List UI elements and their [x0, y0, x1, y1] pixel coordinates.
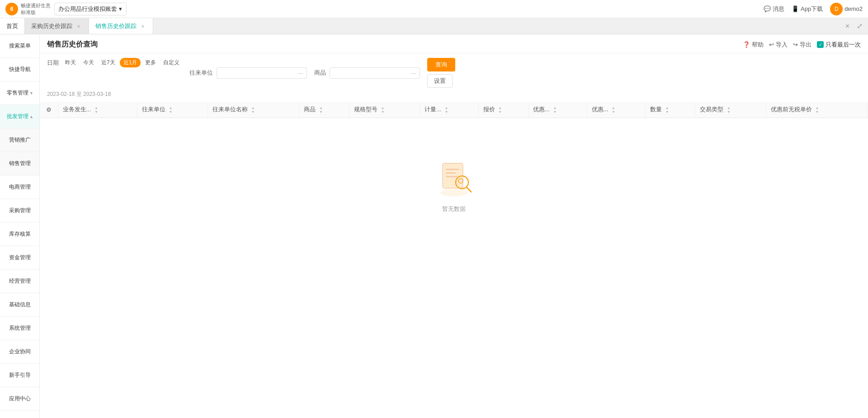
product-input[interactable]: ··· — [330, 67, 420, 79]
username-label: demo2 — [844, 5, 863, 12]
purchase-mgmt-label: 采购管理 — [9, 207, 31, 214]
tab-sales-history[interactable]: 销售历史价跟踪 × — [89, 18, 153, 34]
date-label: 日期 — [47, 59, 59, 67]
product-dots: ··· — [411, 70, 416, 76]
date-1month-btn[interactable]: 近1月 — [120, 58, 141, 67]
user-profile[interactable]: D demo2 — [830, 3, 863, 15]
sidebar-item-wholesale-mgmt[interactable]: 批发管理 ▴ — [0, 105, 39, 128]
help-button[interactable]: ❓ 帮助 — [743, 41, 764, 49]
sidebar-item-marketing[interactable]: 营销推广 — [0, 128, 39, 152]
import-icon: ↩ — [769, 41, 774, 48]
sales-mgmt-label: 销售管理 — [9, 160, 31, 167]
empty-illustration — [431, 154, 476, 200]
settings-button[interactable]: 设置 — [427, 74, 453, 88]
main-layout: 搜索菜单 快捷导航 零售管理 ▾ 批发管理 ▴ 营销推广 销售管理 电商管理 采… — [0, 34, 868, 418]
app-download-label: App下载 — [801, 5, 823, 13]
th-biz-date[interactable]: 业务发生... ▲ ▼ — [58, 102, 137, 118]
filter-right: 往来单位 ··· 商品 ··· 查询 — [189, 58, 861, 88]
export-button[interactable]: ↪ 导出 — [793, 41, 811, 49]
empty-state: 暂无数据 — [40, 118, 868, 249]
partner-label: 往来单位 — [189, 69, 213, 77]
table-settings-header[interactable]: ⚙ — [40, 102, 58, 118]
date-range-text: 2023-02-18 至 2023-03-18 — [47, 91, 111, 97]
tab-sales-history-close[interactable]: × — [139, 23, 146, 30]
app-download-icon: 📱 — [792, 5, 799, 12]
search-button[interactable]: 查询 — [427, 58, 455, 71]
marketing-label: 营销推广 — [9, 136, 31, 144]
svg-rect-1 — [443, 163, 463, 188]
sidebar-item-operations-mgmt[interactable]: 经营管理 — [0, 270, 39, 293]
tab-home[interactable]: 首页 — [0, 18, 25, 34]
th-partner-code[interactable]: 往来单位 ▲ ▼ — [137, 102, 208, 118]
sidebar-item-enterprise-wechat[interactable]: 企业微信 — [0, 411, 39, 418]
finance-mgmt-label: 资金管理 — [9, 254, 31, 261]
sort-icon-trade-type: ▲ ▼ — [727, 106, 731, 114]
newbie-guide-label: 新手引导 — [9, 371, 31, 379]
sidebar-item-newbie-guide[interactable]: 新手引导 — [0, 364, 39, 387]
logo-area: 6 畅捷通好生意 标准版 — [5, 2, 51, 15]
sidebar-item-sales-mgmt[interactable]: 销售管理 — [0, 152, 39, 176]
sidebar-item-finance-mgmt[interactable]: 资金管理 — [0, 246, 39, 270]
sidebar-item-app-center[interactable]: 应用中心 — [0, 387, 39, 411]
sidebar-item-system-mgmt[interactable]: 系统管理 — [0, 317, 39, 340]
top-header: 6 畅捷通好生意 标准版 办公用品行业模拟账套 ▾ 💬 消息 📱 App下载 D… — [0, 0, 868, 18]
maximize-button[interactable]: ⤢ — [855, 21, 864, 31]
page-title: 销售历史价查询 — [47, 40, 98, 49]
date-7days-btn[interactable]: 近7天 — [99, 58, 118, 67]
sidebar-item-ecommerce-mgmt[interactable]: 电商管理 — [0, 176, 39, 199]
sort-icon-pretax-price: ▲ ▼ — [815, 106, 819, 114]
data-table: ⚙ 业务发生... ▲ ▼ 往来单位 — [40, 102, 868, 118]
help-label: 帮助 — [752, 41, 764, 49]
tab-purchase-history[interactable]: 采购历史价跟踪 × — [25, 18, 89, 34]
date-yesterday-btn[interactable]: 昨天 — [62, 58, 79, 67]
date-today-btn[interactable]: 今天 — [80, 58, 97, 67]
app-download-action[interactable]: 📱 App下载 — [792, 5, 823, 13]
search-menu-label: 搜索菜单 — [9, 42, 31, 50]
th-quoted-price[interactable]: 报价 ▲ ▼ — [478, 102, 528, 118]
close-all-tabs-button[interactable]: × — [844, 21, 851, 31]
system-mgmt-label: 系统管理 — [9, 324, 31, 332]
chevron-down-icon: ▾ — [119, 5, 122, 12]
partner-dots: ··· — [298, 70, 303, 76]
th-spec[interactable]: 规格型号 ▲ ▼ — [349, 102, 420, 118]
th-quantity[interactable]: 数量 ▲ ▼ — [646, 102, 695, 118]
tab-purchase-history-close[interactable]: × — [75, 23, 82, 30]
th-discount1[interactable]: 优惠... ▲ ▼ — [528, 102, 587, 118]
only-last-checkbox[interactable]: ✓ 只看最后一次 — [817, 41, 861, 49]
sidebar-item-enterprise-coop[interactable]: 企业协同 — [0, 340, 39, 364]
company-dropdown[interactable]: 办公用品行业模拟账套 ▾ — [54, 3, 127, 15]
partner-input[interactable]: ··· — [217, 67, 307, 79]
sidebar-item-purchase-mgmt[interactable]: 采购管理 — [0, 199, 39, 223]
header-right: 💬 消息 📱 App下载 D demo2 — [764, 3, 863, 15]
sidebar-item-inventory[interactable]: 库存核算 — [0, 223, 39, 246]
th-discount2[interactable]: 优惠... ▲ ▼ — [587, 102, 646, 118]
th-unit[interactable]: 计量... ▲ ▼ — [420, 102, 479, 118]
content-area: 销售历史价查询 ❓ 帮助 ↩ 导入 ↪ 导出 ✓ — [40, 34, 868, 418]
th-product[interactable]: 商品 ▲ ▼ — [299, 102, 349, 118]
chevron-down-icon: ▾ — [30, 90, 33, 95]
import-label: 导入 — [776, 41, 788, 49]
sidebar-item-basic-info[interactable]: 基础信息 — [0, 293, 39, 317]
th-partner-name[interactable]: 往来单位名称 ▲ ▼ — [208, 102, 299, 118]
svg-point-0 — [440, 189, 467, 196]
sort-icon-quoted-price: ▲ ▼ — [498, 106, 502, 114]
sidebar-item-quick-nav[interactable]: 快捷导航 — [0, 58, 39, 81]
company-label: 办公用品行业模拟账套 — [58, 5, 117, 13]
page-content: 销售历史价查询 ❓ 帮助 ↩ 导入 ↪ 导出 ✓ — [40, 34, 868, 418]
sidebar-item-retail-mgmt[interactable]: 零售管理 ▾ — [0, 81, 39, 105]
ecommerce-mgmt-label: 电商管理 — [9, 183, 31, 191]
date-custom-btn[interactable]: 自定义 — [160, 58, 182, 67]
th-trade-type[interactable]: 交易类型 ▲ ▼ — [695, 102, 766, 118]
sort-icon-quantity: ▲ ▼ — [665, 106, 669, 114]
empty-text: 暂无数据 — [442, 205, 466, 213]
avatar: D — [830, 3, 843, 15]
product-label: 商品 — [314, 69, 326, 77]
message-action[interactable]: 💬 消息 — [764, 5, 784, 13]
th-pretax-price[interactable]: 优惠前无税单价 ▲ ▼ — [766, 102, 868, 118]
checkbox-icon: ✓ — [817, 41, 824, 48]
sort-icon-unit: ▲ ▼ — [445, 106, 448, 114]
sidebar-item-search-menu[interactable]: 搜索菜单 — [0, 34, 39, 58]
svg-rect-2 — [446, 169, 459, 170]
import-button[interactable]: ↩ 导入 — [769, 41, 788, 49]
date-more-btn[interactable]: 更多 — [142, 58, 159, 67]
